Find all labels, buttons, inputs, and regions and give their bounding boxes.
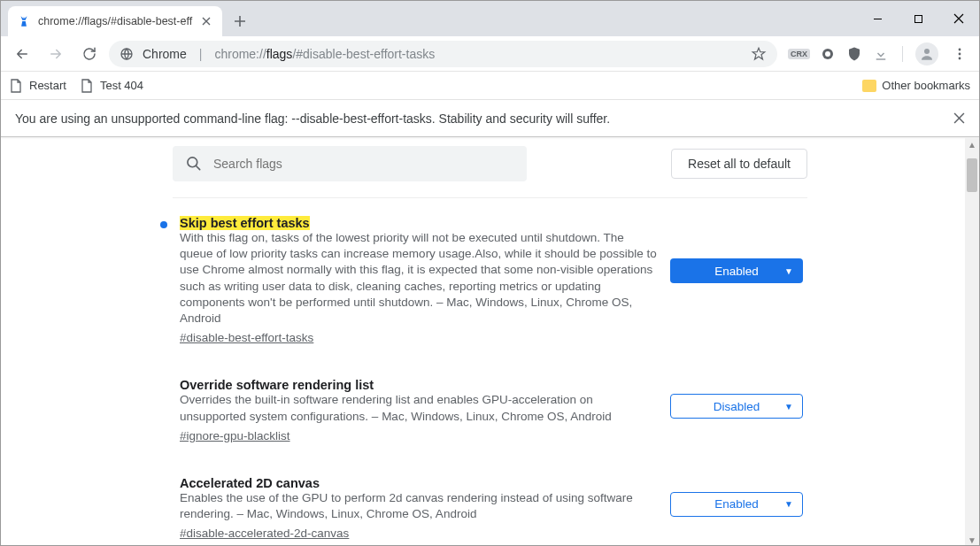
tab-title: chrome://flags/#disable-best-eff [38, 15, 192, 27]
flag-main: Accelerated 2D canvas Enables the use of… [180, 476, 658, 540]
flag-permalink[interactable]: #ignore-gpu-blacklist [180, 429, 290, 442]
chevron-down-icon: ▼ [784, 499, 793, 509]
infobar-close-button[interactable] [953, 112, 965, 124]
flag-description: Overrides the built-in software renderin… [180, 392, 658, 424]
infobar: You are using an unsupported command-lin… [1, 100, 979, 137]
search-input[interactable] [213, 157, 514, 171]
address-bar[interactable]: Chrome | chrome://flags/#disable-best-ef… [109, 41, 777, 67]
extensions-area: CRX [788, 42, 972, 65]
flag-permalink[interactable]: #disable-best-effort-tasks [180, 331, 313, 344]
flags-header: Reset all to default [173, 137, 807, 198]
svg-point-7 [959, 57, 961, 59]
bookmark-label: Test 404 [100, 79, 143, 92]
flag-permalink[interactable]: #disable-accelerated-2d-canvas [180, 527, 349, 540]
separator [902, 46, 903, 62]
page-icon [81, 79, 95, 93]
site-info-icon[interactable] [120, 47, 134, 61]
folder-icon [862, 80, 876, 92]
scrollbar-thumb[interactable] [967, 158, 977, 192]
flag-state-label: Enabled [714, 265, 759, 278]
page-icon [10, 79, 24, 93]
chevron-down-icon: ▼ [784, 402, 793, 411]
page-content: Reset all to default Skip best effort ta… [1, 137, 979, 546]
bookmark-star-icon[interactable] [751, 46, 767, 62]
extension-crx-icon[interactable]: CRX [788, 49, 810, 59]
svg-point-4 [924, 49, 930, 54]
chevron-down-icon: ▼ [784, 266, 793, 276]
omnibox-url: chrome://flags/#disable-best-effort-task… [214, 47, 435, 61]
search-box[interactable] [173, 146, 527, 181]
flag-state-select[interactable]: Disabled ▼ [670, 394, 803, 419]
search-icon [185, 155, 203, 173]
other-bookmarks-label: Other bookmarks [882, 79, 970, 92]
flag-control: Disabled ▼ [670, 394, 803, 419]
modified-indicator-icon [160, 221, 167, 228]
flag-item: Accelerated 2D canvas Enables the use of… [160, 476, 807, 540]
flag-state-label: Disabled [714, 400, 760, 413]
flag-main: Override software rendering list Overrid… [180, 378, 658, 442]
minimize-button[interactable] [857, 1, 898, 36]
flag-title: Override software rendering list [180, 378, 374, 392]
back-button[interactable] [8, 40, 36, 68]
flag-description: Enables the use of the GPU to perform 2d… [180, 490, 658, 522]
flag-state-select[interactable]: Enabled ▼ [670, 492, 803, 517]
infobar-text: You are using an unsupported command-lin… [15, 112, 610, 126]
omnibox-separator: | [199, 47, 203, 61]
reset-all-button[interactable]: Reset all to default [671, 149, 807, 179]
profile-avatar[interactable] [915, 42, 938, 65]
flags-list: Skip best effort tasks With this flag on… [1, 198, 979, 540]
bookmark-restart[interactable]: Restart [10, 79, 66, 93]
flag-item: Skip best effort tasks With this flag on… [160, 216, 807, 344]
extension-shield-icon[interactable] [845, 45, 863, 63]
bookmarks-bar: Restart Test 404 Other bookmarks [1, 72, 979, 100]
flag-item: Override software rendering list Overrid… [160, 378, 807, 442]
reload-button[interactable] [75, 40, 104, 68]
bookmark-label: Restart [29, 79, 66, 92]
flag-control: Enabled ▼ [670, 492, 803, 517]
svg-point-3 [825, 51, 830, 57]
toolbar: Chrome | chrome://flags/#disable-best-ef… [1, 36, 979, 72]
flag-title: Accelerated 2D canvas [180, 476, 320, 490]
svg-rect-0 [914, 15, 922, 22]
flag-description: With this flag on, tasks of the lowest p… [180, 230, 658, 327]
flag-main: Skip best effort tasks With this flag on… [180, 216, 658, 344]
maximize-button[interactable] [898, 1, 938, 36]
new-tab-button[interactable] [228, 9, 252, 34]
download-icon[interactable] [872, 45, 890, 63]
omnibox-chip: Chrome [143, 47, 187, 61]
browser-tab[interactable]: chrome://flags/#disable-best-eff [8, 6, 222, 36]
flag-control: Enabled ▼ [670, 258, 803, 283]
titlebar: chrome://flags/#disable-best-eff [1, 1, 979, 36]
tab-favicon [17, 14, 31, 28]
flag-state-label: Enabled [714, 497, 759, 511]
flag-state-select[interactable]: Enabled ▼ [670, 258, 803, 283]
scroll-up-icon[interactable]: ▲ [965, 137, 979, 151]
svg-point-5 [959, 48, 961, 50]
flag-title: Skip best effort tasks [180, 216, 310, 230]
forward-button[interactable] [42, 40, 70, 68]
close-window-button[interactable] [938, 1, 979, 36]
tab-close-button[interactable] [199, 14, 213, 28]
other-bookmarks[interactable]: Other bookmarks [862, 79, 970, 92]
scroll-down-icon[interactable]: ▼ [965, 533, 979, 546]
window-controls [857, 1, 979, 36]
svg-point-6 [959, 52, 961, 55]
extension-icon-1[interactable] [819, 45, 837, 63]
scrollbar[interactable]: ▲ ▼ [965, 137, 979, 546]
bookmark-test404[interactable]: Test 404 [81, 79, 143, 93]
chrome-menu-button[interactable] [947, 47, 972, 61]
